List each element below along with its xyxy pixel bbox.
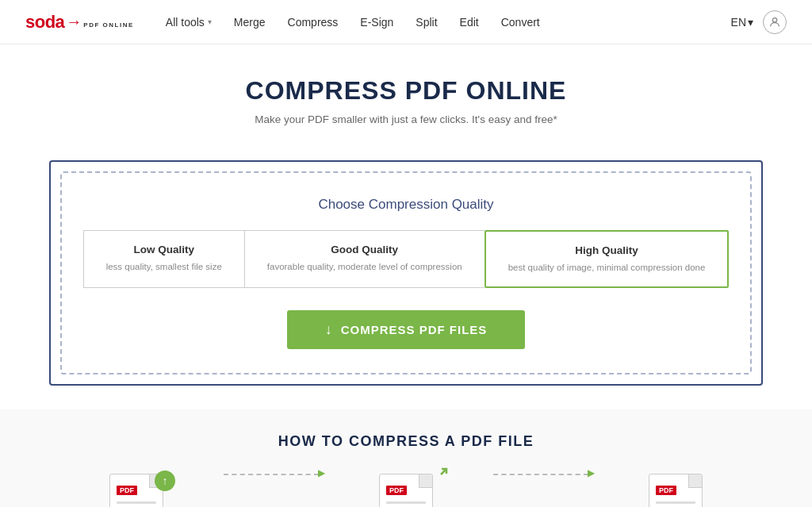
nav-right: EN ▾ bbox=[731, 10, 787, 34]
svg-point-0 bbox=[772, 17, 776, 21]
nav-label-compress: Compress bbox=[288, 16, 339, 29]
compress-tool-inner: Choose Compression Quality Low Quality l… bbox=[60, 171, 752, 374]
hero-section: COMPRESS PDF ONLINE Make your PDF smalle… bbox=[0, 44, 812, 160]
step-1: PDF ↑ 1. Choose a file to compress bbox=[49, 474, 224, 507]
header: soda → PDF ONLINE All tools ▾ Merge Comp… bbox=[0, 0, 812, 44]
logo[interactable]: soda → PDF ONLINE bbox=[25, 12, 134, 33]
quality-low-card[interactable]: Low Quality less quality, smallest file … bbox=[83, 230, 244, 288]
how-to-title: HOW TO COMPRESS A PDF FILE bbox=[16, 433, 796, 450]
pdf-line bbox=[117, 501, 156, 504]
upload-badge: ↑ bbox=[155, 471, 175, 491]
nav-item-esign[interactable]: E-Sign bbox=[360, 13, 393, 32]
quality-high-title: High Quality bbox=[508, 244, 706, 256]
connector-2 bbox=[493, 474, 588, 507]
quality-good-title: Good Quality bbox=[267, 244, 462, 255]
pdf-line bbox=[656, 501, 695, 504]
nav-item-all-tools[interactable]: All tools ▾ bbox=[166, 13, 212, 32]
connector-line-2 bbox=[493, 474, 588, 475]
lang-label: EN bbox=[731, 16, 746, 29]
quality-options-group: Low Quality less quality, smallest file … bbox=[83, 230, 730, 288]
pdf-label-1: PDF bbox=[117, 486, 137, 495]
pdf-line bbox=[386, 501, 426, 504]
step-1-icon-area: PDF ↑ bbox=[101, 474, 172, 507]
pdf-label-3: PDF bbox=[656, 486, 676, 495]
logo-soda-text: soda bbox=[25, 12, 64, 33]
quality-low-title: Low Quality bbox=[106, 244, 222, 255]
logo-sub-text: PDF ONLINE bbox=[83, 21, 133, 29]
nav-item-edit[interactable]: Edit bbox=[460, 13, 479, 32]
quality-high-card[interactable]: High Quality best quality of image, mini… bbox=[485, 230, 730, 288]
nav-item-compress[interactable]: Compress bbox=[288, 13, 339, 32]
nav-label-convert: Convert bbox=[501, 16, 540, 29]
pdf-lines-2 bbox=[386, 501, 426, 507]
compress-tool-outer: Choose Compression Quality Low Quality l… bbox=[49, 160, 763, 386]
step-2: PDF bbox=[319, 474, 493, 507]
step-2-icon-area: PDF bbox=[370, 474, 442, 507]
compress-pdf-button[interactable]: ↓ COMPRESS PDF FILES bbox=[287, 310, 526, 349]
connector-1 bbox=[224, 474, 319, 507]
step-3-icon-area: PDF ↓ bbox=[640, 474, 711, 507]
chevron-down-icon: ▾ bbox=[208, 17, 212, 26]
connector-line-1 bbox=[224, 474, 319, 475]
pdf-lines-1 bbox=[117, 501, 156, 507]
pdf-lines-3 bbox=[656, 501, 695, 507]
quality-high-desc: best quality of image, minimal compressi… bbox=[508, 261, 706, 274]
pdf-label-2: PDF bbox=[386, 486, 407, 495]
page-title: COMPRESS PDF ONLINE bbox=[16, 76, 796, 106]
quality-section-title: Choose Compression Quality bbox=[318, 197, 493, 213]
quality-good-card[interactable]: Good Quality favorable quality, moderate… bbox=[244, 230, 485, 288]
step-2-pdf-doc: PDF bbox=[379, 474, 433, 507]
hero-subtitle: Make your PDF smaller with just a few cl… bbox=[16, 113, 796, 125]
how-to-section: HOW TO COMPRESS A PDF FILE PDF ↑ 1. Cho bbox=[0, 409, 812, 507]
nav-item-convert[interactable]: Convert bbox=[501, 13, 540, 32]
logo-arrow-icon: → bbox=[66, 13, 82, 31]
nav-item-split[interactable]: Split bbox=[416, 13, 437, 32]
steps-row: PDF ↑ 1. Choose a file to compress bbox=[49, 474, 763, 507]
main-nav: All tools ▾ Merge Compress E-Sign Split … bbox=[166, 13, 731, 32]
lang-chevron-icon: ▾ bbox=[748, 16, 753, 29]
compress-button-label: COMPRESS PDF FILES bbox=[341, 323, 488, 336]
main-content: COMPRESS PDF ONLINE Make your PDF smalle… bbox=[0, 44, 812, 507]
language-selector[interactable]: EN ▾ bbox=[731, 16, 753, 29]
download-icon: ↓ bbox=[325, 321, 333, 338]
step-3-pdf-doc: PDF bbox=[649, 474, 703, 507]
compress-arrow-top bbox=[431, 467, 450, 486]
nav-label-all-tools: All tools bbox=[166, 16, 205, 29]
user-account-icon[interactable] bbox=[763, 10, 787, 34]
nav-item-merge[interactable]: Merge bbox=[234, 13, 266, 32]
nav-label-merge: Merge bbox=[234, 16, 266, 29]
step-3: PDF ↓ 3. View and Download bbox=[588, 474, 763, 507]
nav-label-split: Split bbox=[416, 16, 437, 29]
nav-label-esign: E-Sign bbox=[360, 16, 393, 29]
nav-label-edit: Edit bbox=[460, 16, 479, 29]
quality-low-desc: less quality, smallest file size bbox=[106, 260, 222, 273]
quality-good-desc: favorable quality, moderate level of com… bbox=[267, 260, 462, 273]
